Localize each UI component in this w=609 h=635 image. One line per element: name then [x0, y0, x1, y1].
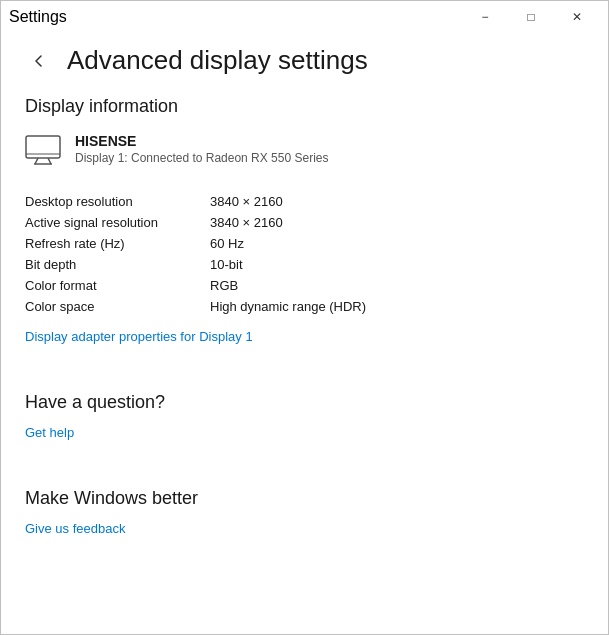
settings-window: Settings − □ ✕ Advanced display settings… — [0, 0, 609, 635]
page-header: Advanced display settings — [25, 33, 584, 96]
value-color-format: RGB — [210, 278, 238, 293]
page-title: Advanced display settings — [67, 45, 368, 76]
monitor-name: HISENSE — [75, 133, 328, 149]
give-feedback-link[interactable]: Give us feedback — [25, 521, 125, 536]
display-information-section: Display information HISENSE Display 1: C… — [25, 96, 584, 368]
back-button[interactable] — [25, 47, 53, 75]
help-section: Have a question? Get help — [25, 392, 584, 464]
label-bit-depth: Bit depth — [25, 257, 210, 272]
table-row: Color space High dynamic range (HDR) — [25, 296, 584, 317]
get-help-link[interactable]: Get help — [25, 425, 74, 440]
value-bit-depth: 10-bit — [210, 257, 243, 272]
table-row: Active signal resolution 3840 × 2160 — [25, 212, 584, 233]
value-desktop-resolution: 3840 × 2160 — [210, 194, 283, 209]
info-table: Desktop resolution 3840 × 2160 Active si… — [25, 191, 584, 317]
feedback-section: Make Windows better Give us feedback — [25, 488, 584, 560]
table-row: Color format RGB — [25, 275, 584, 296]
maximize-button[interactable]: □ — [508, 1, 554, 33]
label-active-signal-resolution: Active signal resolution — [25, 215, 210, 230]
display-information-section-title: Display information — [25, 96, 584, 117]
value-active-signal-resolution: 3840 × 2160 — [210, 215, 283, 230]
table-row: Desktop resolution 3840 × 2160 — [25, 191, 584, 212]
minimize-button[interactable]: − — [462, 1, 508, 33]
monitor-icon — [25, 135, 61, 171]
close-button[interactable]: ✕ — [554, 1, 600, 33]
label-color-format: Color format — [25, 278, 210, 293]
title-bar: Settings − □ ✕ — [1, 1, 608, 33]
display-info-card: HISENSE Display 1: Connected to Radeon R… — [25, 133, 584, 171]
label-refresh-rate: Refresh rate (Hz) — [25, 236, 210, 251]
adapter-properties-link[interactable]: Display adapter properties for Display 1 — [25, 329, 253, 344]
feedback-section-title: Make Windows better — [25, 488, 584, 509]
title-bar-controls: − □ ✕ — [462, 1, 600, 33]
display-info-text: HISENSE Display 1: Connected to Radeon R… — [75, 133, 328, 165]
table-row: Refresh rate (Hz) 60 Hz — [25, 233, 584, 254]
label-color-space: Color space — [25, 299, 210, 314]
title-bar-title: Settings — [9, 8, 67, 26]
title-bar-left: Settings — [9, 8, 67, 26]
value-refresh-rate: 60 Hz — [210, 236, 244, 251]
svg-line-3 — [48, 158, 51, 164]
value-color-space: High dynamic range (HDR) — [210, 299, 366, 314]
svg-line-2 — [35, 158, 38, 164]
monitor-subtitle: Display 1: Connected to Radeon RX 550 Se… — [75, 151, 328, 165]
label-desktop-resolution: Desktop resolution — [25, 194, 210, 209]
svg-rect-0 — [26, 136, 60, 158]
main-content: Advanced display settings Display inform… — [1, 33, 608, 634]
table-row: Bit depth 10-bit — [25, 254, 584, 275]
help-section-title: Have a question? — [25, 392, 584, 413]
